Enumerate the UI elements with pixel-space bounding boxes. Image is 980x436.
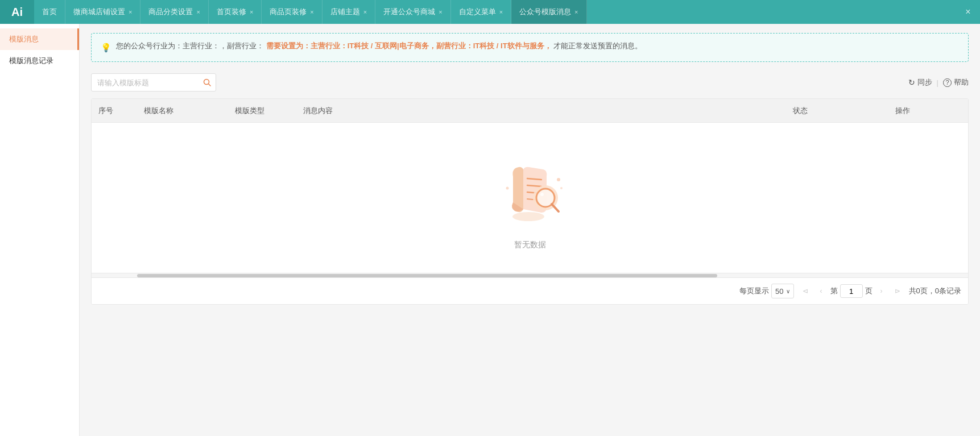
nav-tab-category[interactable]: 商品分类设置 × [140, 0, 208, 24]
nav-tab-template-msg[interactable]: 公众号模版消息 × [511, 0, 586, 24]
th-content: 消息内容 [296, 106, 786, 116]
search-button[interactable] [199, 73, 216, 92]
empty-text: 暂无数据 [514, 240, 546, 250]
toolbar-right: ↻ 同步 | ? 帮助 [908, 77, 969, 88]
page-number-input[interactable] [840, 284, 863, 298]
nav-tabs-container: 首页 微商城店铺设置 × 商品分类设置 × 首页装修 × 商品页装修 × 店铺主… [34, 0, 956, 24]
notice-box: 💡 您的公众号行业为：主营行业：，副营行业： 需要设置为：主营行业：IT科技 /… [91, 33, 969, 62]
data-table: 序号 模版名称 模版类型 消息内容 状态 操作 [91, 98, 969, 305]
th-type: 模版类型 [228, 106, 296, 116]
th-index: 序号 [92, 106, 137, 116]
page-size-value: 50 [775, 287, 783, 296]
page-prev-button[interactable]: ‹ [814, 284, 828, 298]
horizontal-scrollbar[interactable] [92, 273, 968, 277]
toolbar: ↻ 同步 | ? 帮助 [91, 73, 969, 92]
empty-illustration [493, 157, 567, 231]
close-tab-store-settings[interactable]: × [129, 9, 132, 15]
nav-tab-home[interactable]: 首页 [34, 0, 65, 24]
close-tab-template-msg[interactable]: × [574, 9, 578, 15]
sidebar: 模版消息 模版消息记录 [0, 24, 80, 436]
top-nav: Ai 首页 微商城店铺设置 × 商品分类设置 × 首页装修 × 商品页装修 × … [0, 0, 980, 24]
page-label-before: 第 [830, 286, 838, 296]
notice-icon: 💡 [101, 41, 111, 55]
pagination: 每页显示 50 ∨ ⊲ ‹ 第 页 › ⊳ 共0页，0条记录 [92, 277, 968, 304]
help-label: 帮助 [954, 77, 969, 88]
help-icon: ? [943, 78, 952, 87]
sync-label: 同步 [917, 77, 932, 88]
sync-icon: ↻ [908, 78, 915, 87]
page-size-label: 每页显示 [739, 286, 769, 296]
nav-tab-open-mall[interactable]: 开通公众号商城 × [375, 0, 450, 24]
close-tab-theme[interactable]: × [363, 9, 367, 15]
scroll-thumb[interactable] [137, 274, 717, 277]
page-first-button[interactable]: ⊲ [799, 284, 812, 298]
main-layout: 模版消息 模版消息记录 💡 您的公众号行业为：主营行业：，副营行业： 需要设置为… [0, 24, 980, 436]
nav-tab-home-decor[interactable]: 首页装修 × [209, 0, 262, 24]
svg-line-1 [209, 84, 211, 86]
search-input[interactable] [92, 78, 199, 87]
close-tab-open-mall[interactable]: × [439, 9, 442, 15]
toolbar-divider: | [937, 78, 938, 87]
brand-logo: Ai [0, 0, 34, 24]
dropdown-arrow-icon: ∨ [786, 288, 790, 294]
search-wrap [91, 73, 216, 92]
close-tab-product-decor[interactable]: × [310, 9, 313, 15]
notice-text-highlight: 需要设置为：主营行业：IT科技 / 互联网|电子商务，副营行业：IT科技 / I… [266, 41, 552, 50]
svg-point-2 [512, 212, 544, 221]
sidebar-item-template-msg-records[interactable]: 模版消息记录 [0, 50, 79, 72]
close-tab-home-decor[interactable]: × [250, 9, 253, 15]
svg-point-13 [560, 187, 563, 189]
close-tab-custom-menu[interactable]: × [499, 9, 503, 15]
page-last-button[interactable]: ⊳ [891, 284, 904, 298]
close-tab-category[interactable]: × [196, 9, 200, 15]
page-nav: ⊲ ‹ 第 页 › ⊳ [799, 284, 904, 298]
page-total-info: 共0页，0条记录 [909, 286, 961, 296]
page-label-after: 页 [865, 286, 873, 296]
sync-button[interactable]: ↻ 同步 [908, 77, 932, 88]
sidebar-item-template-msg[interactable]: 模版消息 [0, 28, 79, 50]
svg-point-14 [506, 187, 508, 190]
search-icon [203, 78, 211, 86]
notice-text-before: 您的公众号行业为：主营行业：，副营行业： [116, 41, 264, 50]
svg-point-12 [557, 178, 560, 181]
nav-tab-product-decor[interactable]: 商品页装修 × [262, 0, 322, 24]
th-name: 模版名称 [137, 106, 228, 116]
close-all-tabs[interactable]: × [956, 0, 980, 24]
th-status: 状态 [786, 106, 888, 116]
empty-state: 暂无数据 [92, 123, 968, 273]
help-button[interactable]: ? 帮助 [943, 77, 969, 88]
th-action: 操作 [888, 106, 968, 116]
notice-text-after: 才能正常发送预置的消息。 [553, 41, 642, 50]
page-size-select: 每页显示 50 ∨ [739, 284, 793, 298]
svg-point-11 [540, 193, 544, 196]
nav-tab-custom-menu[interactable]: 自定义菜单 × [451, 0, 511, 24]
page-size-dropdown[interactable]: 50 ∨ [771, 284, 793, 298]
nav-tab-store-settings[interactable]: 微商城店铺设置 × [65, 0, 140, 24]
table-header: 序号 模版名称 模版类型 消息内容 状态 操作 [92, 99, 968, 123]
nav-tab-theme[interactable]: 店铺主题 × [322, 0, 375, 24]
content-area: 💡 您的公众号行业为：主营行业：，副营行业： 需要设置为：主营行业：IT科技 /… [80, 24, 980, 436]
page-next-button[interactable]: › [875, 284, 888, 298]
